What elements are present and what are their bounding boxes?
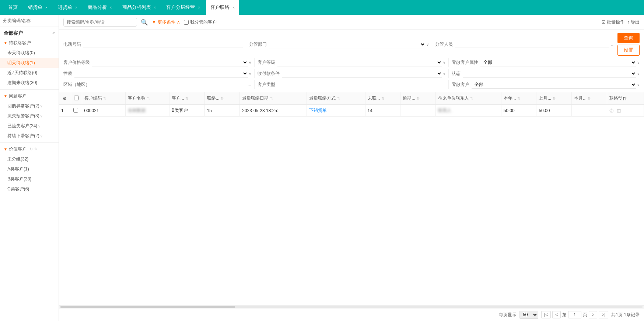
table-footer: 每页显示 50 100 200 |< < 第 页 > >| 共1页 1条记录 [59,308,644,321]
nav-home[interactable]: 首页 [4,2,22,13]
scrollbar-thumb[interactable] [60,306,235,308]
all-customers-title[interactable]: 全部客户 « [0,27,59,38]
close-icon[interactable]: × [198,6,200,10]
filter-customer-level-select[interactable] [277,59,442,66]
sidebar-item-abnormal[interactable]: 回购异常客户(2) ? [0,101,59,111]
sidebar-search-input[interactable] [3,18,58,23]
more-conditions-button[interactable]: ▼ 更多条件 ∧ [152,19,180,25]
th-last-contact-method: 最后联络方式 ⇅ [307,92,365,105]
nav-item-sales[interactable]: 销货单 × [24,0,52,15]
sort-icon[interactable]: ⇅ [553,96,556,100]
advanced-filter: 电话号码 分管部门 ∨ 分管人员 ... [59,30,644,92]
filter-nature-select[interactable] [74,70,248,77]
close-icon[interactable]: × [154,6,156,10]
help-icon[interactable]: ? [40,134,42,138]
gear-icon[interactable]: ⚙ [63,96,67,101]
first-page-button[interactable]: |< [541,311,551,318]
batch-op-button[interactable]: ☑ 批量操作 [602,19,624,25]
sort-icon[interactable]: ⇅ [147,96,150,100]
th-customer-type: 客户... ⇅ [169,92,204,105]
th-uncontacted: 未联... ⇅ [365,92,400,105]
row-checkbox[interactable] [73,108,78,113]
sidebar-item-ungrouped[interactable]: 未分组(32) [0,154,59,164]
sidebar-group-value[interactable]: ▼ 价值客户 ↻ ✎ [0,144,59,154]
chevron-down-icon: ∨ [637,72,640,76]
nav-item-purchase[interactable]: 进货单 × [53,0,82,15]
page-size-select[interactable]: 50 100 200 [519,311,538,319]
sidebar-search-area: 🔍 [0,15,59,27]
setting-button[interactable]: 设置 [617,45,640,56]
filter-person-input[interactable] [455,41,609,48]
close-icon[interactable]: × [110,6,112,10]
sidebar-item-tomorrow[interactable]: 明天待联络(1) [0,58,59,68]
sort-icon[interactable]: ⇅ [517,96,520,100]
query-button[interactable]: 查询 [617,33,640,43]
nav-item-customer-contact[interactable]: 客户联络 × [206,0,239,15]
filter-price-select[interactable] [92,59,248,66]
next-page-button[interactable]: > [589,311,597,318]
filter-status-select[interactable] [463,70,636,77]
help-icon[interactable]: ? [38,124,40,128]
sidebar-group-pending[interactable]: ▼ 待联络客户 [0,38,59,48]
my-customers-check[interactable] [184,20,189,25]
filter-retail-attr-select[interactable]: 全部 [480,59,636,66]
th-last-contact-date: 最后联络日期 ⇅ [240,92,307,105]
td-this-month [572,105,607,117]
sort-icon[interactable]: ⇅ [337,96,340,100]
content-area: 🔍 ▼ 更多条件 ∧ 我分管的客户 ☑ 批量操作 ↑ 导出 [59,15,644,321]
nav-item-analysis[interactable]: 商品分析 × [83,0,116,15]
more-icon[interactable]: ... [248,82,251,87]
sidebar-item-class-c[interactable]: C类客户(6) [0,184,59,194]
last-page-button[interactable]: >| [599,311,608,318]
filter-dept-select[interactable] [269,41,425,48]
edit-icon[interactable]: ✎ [34,147,38,152]
filter-region-input[interactable] [92,81,246,88]
filter-retail-select[interactable]: 全部 [472,81,636,89]
filter-phone-input[interactable] [83,41,243,48]
sidebar-item-class-b[interactable]: B类客户(33) [0,174,59,184]
sidebar-item-lost[interactable]: 已流失客户(24) ? [0,121,59,131]
select-all-checkbox[interactable] [74,96,79,100]
sort-icon[interactable]: ⇅ [221,96,224,100]
sort-icon[interactable]: ⇅ [470,96,473,100]
filter-customer-type-input[interactable] [277,81,445,88]
filter-payment-select[interactable] [282,70,442,77]
more-icon[interactable]: ... [611,42,615,47]
sidebar-item-class-a[interactable]: A类客户(1) [0,164,59,174]
chevron-up-icon: ∧ [177,20,180,25]
sidebar-item-loss-warning[interactable]: 流失预警客户(3) ? [0,111,59,121]
page-number-input[interactable] [568,311,581,318]
nav-item-customer-tier[interactable]: 客户分层经营 × [162,0,204,15]
th-check [71,92,82,105]
filter-search-button[interactable]: 🔍 [141,19,148,26]
horizontal-scrollbar[interactable] [59,305,644,308]
collapse-icon[interactable]: « [52,31,55,36]
sort-icon[interactable]: ⇅ [381,96,384,100]
sort-icon[interactable]: ⇅ [270,96,273,100]
sidebar-item-overdue[interactable]: 逾期未联络(30) [0,78,59,88]
grid-icon[interactable]: ⊞ [617,108,621,114]
sort-icon[interactable]: ⇅ [103,96,106,100]
close-icon[interactable]: × [75,6,77,10]
search-input[interactable] [63,18,137,27]
sort-icon[interactable]: ⇅ [588,96,591,100]
my-customers-checkbox[interactable]: 我分管的客户 [184,19,217,25]
export-button[interactable]: ↑ 导出 [627,19,640,25]
sort-icon[interactable]: ⇅ [185,96,188,100]
last-contact-link[interactable]: 下销货单 [309,108,327,113]
close-icon[interactable]: × [45,6,48,10]
sidebar-item-today[interactable]: 今天待联络(0) [0,48,59,58]
prev-page-button[interactable]: < [552,311,561,318]
refresh-icon[interactable]: ↻ [29,147,33,152]
help-icon[interactable]: ? [40,114,42,118]
close-icon[interactable]: × [232,6,235,10]
sort-icon[interactable]: ⇅ [417,96,420,100]
phone-icon[interactable]: ✆ [609,108,614,114]
sidebar-item-7days[interactable]: 近7天待联络(0) [0,68,59,78]
sidebar-group-problem[interactable]: ▼ 问题客户 [0,91,59,101]
check-icon: ☑ [602,20,606,25]
sidebar-item-declining[interactable]: 持续下滑客户(2) ? [0,131,59,141]
filter-bar: 🔍 ▼ 更多条件 ∧ 我分管的客户 ☑ 批量操作 ↑ 导出 [59,15,644,30]
help-icon[interactable]: ? [40,104,42,108]
nav-item-analysis-list[interactable]: 商品分析列表 × [118,0,161,15]
